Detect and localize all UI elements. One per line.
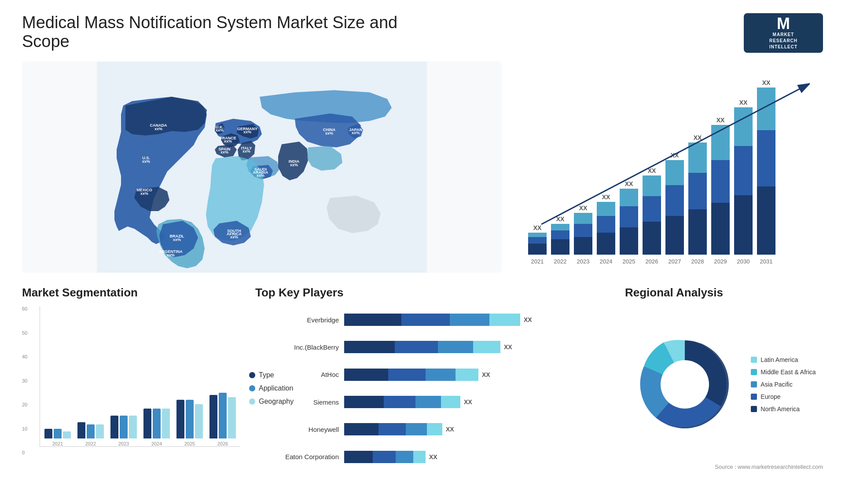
regional-inner: Latin America Middle East & Africa Asia … [625,306,823,463]
bar-label-2024: XX [602,194,610,201]
players-chart: Everbridge XX Inc.(BlackBerry [255,306,612,471]
bar-2029: XX 2029 [711,117,730,265]
player-value-blackberry: XX [504,343,512,351]
seg-bar-2022-app [87,424,95,438]
player-seg3-honeywell [406,423,427,435]
legend-label-na: North America [760,405,800,413]
svg-text:xx%: xx% [242,149,250,153]
seg-year-2021: 2021 [52,441,63,446]
bar-label-2030: XX [739,99,748,106]
bar-2026: XX 2026 [643,167,661,265]
svg-text:xx%: xx% [325,131,333,135]
legend-dot-application [249,385,255,391]
bar-2027: XX 2027 [665,152,684,265]
seg-year-2025: 2025 [184,441,195,446]
player-row-eaton: Eaton Corporation XX [264,451,603,463]
player-seg3-siemens [415,396,441,408]
legend-label-europe: Europe [760,393,780,400]
donut-chart [632,332,738,437]
bar-label-2031: XX [762,79,771,86]
player-seg1-eaton [344,451,373,463]
bar-label-2027: XX [671,152,679,159]
seg-year-2024: 2024 [151,441,162,446]
player-row-honeywell: Honeywell XX [264,423,603,435]
bar-chart: XX 2021 XX 2022 [515,62,823,273]
player-seg4-everbridge [489,314,520,326]
legend-latin-america: Latin America [751,356,816,363]
bar-label-2028: XX [694,134,702,141]
bar-year-2021: 2021 [531,258,544,265]
legend-color-middle [751,369,757,375]
bar-label-2023: XX [579,205,588,212]
player-seg4-honeywell [427,423,442,435]
regional-title: Regional Analysis [625,286,823,299]
player-seg3-eaton [396,451,413,463]
svg-text:xx%: xx% [140,191,148,196]
bar-2025: XX 2025 [620,180,638,265]
player-value-honeywell: XX [446,426,454,433]
bar-year-2026: 2026 [646,258,658,265]
seg-bar-2023-geo [129,416,137,438]
bar-year-2023: 2023 [577,258,590,265]
seg-bar-2026-type [209,395,217,438]
bar-year-2029: 2029 [714,258,727,265]
players-title: Top Key Players [255,286,612,299]
seg-bar-2021-app [54,429,62,438]
page-title: Medical Mass Notification System Market … [22,13,418,51]
seg-bar-2021-geo [63,431,71,438]
player-seg2-siemens [384,396,415,408]
logo-text: MARKET RESEARCH INTELLECT [769,32,797,50]
bar-2022: XX 2022 [551,215,569,265]
logo-area: M MARKET RESEARCH INTELLECT [744,13,823,53]
seg-year-2026: 2026 [217,441,228,446]
player-seg4-blackberry [473,341,500,353]
bar-2030: XX 2030 [734,99,753,265]
svg-text:xx%: xx% [173,237,181,242]
player-value-athoc: XX [482,371,490,378]
seg-group-2021: 2021 [44,429,71,446]
legend-dot-type [249,372,255,378]
player-seg2-eaton [373,451,396,463]
map-svg: CANADA xx% U.S. xx% MEXICO xx% BRAZIL xx… [22,62,502,273]
legend-color-na [751,406,757,412]
seg-group-2026: 2026 [209,393,236,446]
legend-middle-east: Middle East & Africa [751,369,816,376]
seg-bar-2024-app [153,409,161,438]
player-seg2-blackberry [395,341,438,353]
seg-group-2023: 2023 [110,416,137,446]
player-bar-athoc: XX [344,369,603,381]
y-label-20: 20 [22,402,27,407]
page-container: Medical Mass Notification System Market … [0,0,845,504]
player-row-everbridge: Everbridge XX [264,314,603,326]
player-seg1-athoc [344,369,388,381]
player-seg4-eaton [413,451,426,463]
key-players: Top Key Players Everbridge XX [255,286,612,471]
bar-2028: XX 2028 [688,134,707,265]
bar-year-2030: 2030 [737,258,750,265]
seg-bar-2022-geo [96,424,104,438]
regional-analysis: Regional Analysis [625,286,823,471]
player-bar-honeywell: XX [344,423,603,435]
player-seg2-athoc [388,369,426,381]
legend-asia-pacific: Asia Pacific [751,381,816,388]
y-label-0: 0 [22,450,27,455]
bar-label-2022: XX [556,215,565,223]
seg-bar-2024-type [143,409,151,438]
bar-year-2031: 2031 [760,258,773,265]
player-name-blackberry: Inc.(BlackBerry [264,343,339,351]
svg-text:xx%: xx% [216,128,224,132]
player-row-athoc: AtHoc XX [264,369,603,381]
player-seg1-siemens [344,396,384,408]
y-label-60: 60 [22,306,27,311]
donut-svg [632,332,738,437]
player-seg3-athoc [426,369,456,381]
seg-bar-2023-app [120,416,128,438]
svg-text:xx%: xx% [220,150,228,154]
regional-legend: Latin America Middle East & Africa Asia … [751,356,816,413]
y-label-50: 50 [22,330,27,336]
legend-dot-geography [249,398,255,405]
seg-bar-2024-geo [162,409,170,438]
player-name-everbridge: Everbridge [264,316,339,324]
y-label-30: 30 [22,378,27,383]
top-section: CANADA xx% U.S. xx% MEXICO xx% BRAZIL xx… [22,62,823,273]
